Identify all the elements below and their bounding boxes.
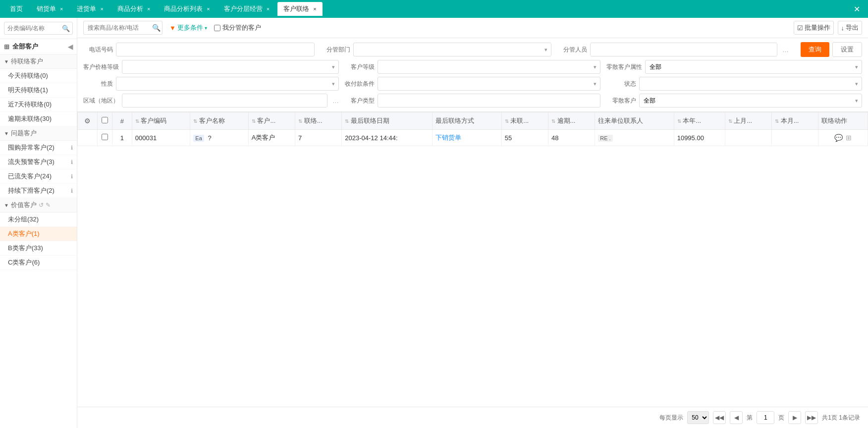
col-header-overdue[interactable]: ⇅ 逾期... xyxy=(548,112,595,130)
nav-tab-customer-tier[interactable]: 客户分层经营 × xyxy=(218,2,275,16)
table-settings-icon[interactable]: ⚙ xyxy=(84,117,91,125)
filter-retail-customer-label: 零散客户 xyxy=(606,97,636,105)
settings-button[interactable]: 设置 xyxy=(832,42,862,57)
nav-tab-sales-close[interactable]: × xyxy=(60,6,63,12)
chat-icon[interactable]: 💬 xyxy=(834,134,843,142)
filter-price-level: 客户价格等级 xyxy=(83,60,339,74)
col-header-contact2[interactable]: 往来单位联系人 xyxy=(595,112,674,130)
sidebar-all-customers[interactable]: ⊞ 全部客户 ◀ xyxy=(0,39,77,54)
query-button[interactable]: 查询 xyxy=(801,42,829,57)
col-header-last-month[interactable]: ⇅ 上月... xyxy=(725,112,771,130)
cell-last-method[interactable]: 下销货单 xyxy=(433,130,502,146)
nav-tab-customer-tier-close[interactable]: × xyxy=(267,6,270,12)
cell-name: Ea ? xyxy=(190,130,248,146)
col-header-last-date[interactable]: ⇅ 最后联络日期 xyxy=(342,112,433,130)
nav-tab-sales[interactable]: 销货单 × xyxy=(31,2,69,16)
cell-checkbox[interactable] xyxy=(97,130,112,146)
col-header-this-month[interactable]: ⇅ 本月... xyxy=(772,112,818,130)
per-page-select[interactable]: 50 xyxy=(687,411,709,424)
nav-tab-purchase[interactable]: 进货单 × xyxy=(71,2,109,16)
row-checkbox[interactable] xyxy=(102,134,108,140)
filter-payment-label: 收付款条件 xyxy=(345,80,375,88)
nav-tab-home-label: 首页 xyxy=(10,4,23,13)
sidebar-item-7days[interactable]: 近7天待联络(0) xyxy=(0,98,77,112)
nav-tab-customer-contact[interactable]: 客户联络 × xyxy=(277,2,322,16)
sidebar-item-class-b[interactable]: B类客户(33) xyxy=(0,241,77,256)
filter-payment-select[interactable] xyxy=(378,77,600,91)
name-prefix-badge: Ea xyxy=(193,135,204,142)
sidebar-section-pending[interactable]: ▼ 待联络客户 xyxy=(0,54,77,69)
filter-retail-customer-select[interactable]: 全部 xyxy=(639,94,862,107)
nav-tab-analysis-list[interactable]: 商品分析列表 × xyxy=(158,2,216,16)
last-method-link[interactable]: 下销货单 xyxy=(435,134,461,141)
nav-tab-analysis[interactable]: 商品分析 × xyxy=(111,2,156,16)
sidebar-collapse-icon[interactable]: ◀ xyxy=(68,43,73,51)
filter-retail-attr-select[interactable]: 全部 xyxy=(645,60,862,74)
region-more-icon[interactable]: … xyxy=(332,97,339,105)
filter-search-input[interactable] xyxy=(83,21,163,35)
page-number-input[interactable] xyxy=(757,411,774,424)
filter-person-input[interactable] xyxy=(590,43,777,56)
col-header-checkbox[interactable] xyxy=(97,112,112,130)
sidebar-section-problem[interactable]: ▼ 问题客户 xyxy=(0,126,77,141)
nav-tab-customer-contact-close[interactable]: × xyxy=(313,6,316,12)
edit-icon[interactable]: ✎ xyxy=(46,202,51,209)
select-all-checkbox[interactable] xyxy=(102,117,108,123)
batch-op-button[interactable]: ☑ 批量操作 xyxy=(794,21,834,35)
col-header-this-year[interactable]: ⇅ 本年... xyxy=(674,112,725,130)
chevron-down-icon: ▾ xyxy=(205,25,207,31)
filter-row-1: 电话号码 分管部门 分管人员 … 查询 xyxy=(83,42,862,57)
nav-tab-analysis-list-close[interactable]: × xyxy=(207,6,210,12)
table-area: ⚙ # ⇅ 客户编码 ⇅ 客户名称 xyxy=(77,112,868,407)
col-header-name[interactable]: ⇅ 客户名称 xyxy=(190,112,248,130)
advanced-filters: 电话号码 分管部门 分管人员 … 查询 xyxy=(77,38,868,112)
export-button[interactable]: ↓ 导出 xyxy=(838,21,863,35)
filter-nature-label: 性质 xyxy=(83,80,113,88)
filter-nature-select[interactable] xyxy=(116,77,339,91)
filter-dept-select[interactable] xyxy=(353,43,552,56)
nav-tab-analysis-list-label: 商品分析列表 xyxy=(164,4,203,13)
main-area: 🔍 ⊞ 全部客户 ◀ ▼ 待联络客户 今天待联络(0) 明天待联络(1) 近7天… xyxy=(0,18,868,428)
col-header-type[interactable]: ⇅ 客户... xyxy=(248,112,295,130)
nav-tab-purchase-close[interactable]: × xyxy=(100,6,103,12)
col-header-code[interactable]: ⇅ 客户编码 xyxy=(132,112,190,130)
col-header-contact[interactable]: ⇅ 联络... xyxy=(295,112,342,130)
my-customers-checkbox[interactable] xyxy=(214,25,220,31)
filter-phone-input[interactable] xyxy=(116,43,315,56)
sidebar-item-declining[interactable]: 持续下滑客户(2) ℹ xyxy=(0,184,77,198)
sidebar-item-hoarding[interactable]: 囤购异常客户(2) ℹ xyxy=(0,141,77,155)
filter-status-select[interactable] xyxy=(639,77,862,91)
page-label: 第 xyxy=(747,414,753,422)
person-more-icon[interactable]: … xyxy=(782,46,789,54)
filter-more-button[interactable]: ▼ 更多条件 ▾ xyxy=(166,21,210,34)
sidebar-item-churn-warning[interactable]: 流失预警客户(3) ℹ xyxy=(0,155,77,169)
filter-customer-type-input[interactable] xyxy=(378,94,600,107)
first-page-button[interactable]: ◀◀ xyxy=(713,411,726,424)
batch-op-label: 批量操作 xyxy=(805,23,830,32)
sidebar-section-value[interactable]: ▼ 价值客户 ↺ ✎ xyxy=(0,198,77,213)
prev-page-button[interactable]: ◀ xyxy=(730,411,743,424)
col-header-last-method[interactable]: 最后联络方式 xyxy=(433,112,502,130)
filter-region-input[interactable] xyxy=(122,94,327,107)
filter-customer-level-select[interactable] xyxy=(378,60,600,74)
sidebar-item-class-c[interactable]: C类客户(6) xyxy=(0,256,77,270)
filter-customer-type: 客户类型 xyxy=(345,94,600,107)
col-header-uncontacted[interactable]: ⇅ 未联... xyxy=(501,112,548,130)
filter-price-level-select[interactable] xyxy=(122,60,339,74)
next-page-button[interactable]: ▶ xyxy=(788,411,801,424)
grid-action-icon[interactable]: ⊞ xyxy=(846,134,852,142)
col-header-gear[interactable]: ⚙ xyxy=(78,112,98,130)
last-page-button[interactable]: ▶▶ xyxy=(805,411,818,424)
refresh-icon[interactable]: ↺ xyxy=(39,202,44,209)
window-close-button[interactable]: ✕ xyxy=(850,4,864,14)
filter-search-button[interactable]: 🔍 xyxy=(152,24,161,32)
sidebar-item-overdue[interactable]: 逾期未联络(30) xyxy=(0,112,77,126)
nav-tab-analysis-close[interactable]: × xyxy=(147,6,150,12)
sidebar-item-today[interactable]: 今天待联络(0) xyxy=(0,69,77,83)
sidebar-item-class-a[interactable]: A类客户(1) xyxy=(0,227,77,241)
nav-tab-home[interactable]: 首页 xyxy=(4,2,29,16)
sidebar-item-churned[interactable]: 已流失客户(24) ℹ xyxy=(0,169,77,184)
sidebar-item-unclassified[interactable]: 未分组(32) xyxy=(0,213,77,227)
sidebar-item-tomorrow[interactable]: 明天待联络(1) xyxy=(0,83,77,98)
my-customers-filter[interactable]: 我分管的客户 xyxy=(214,23,261,32)
